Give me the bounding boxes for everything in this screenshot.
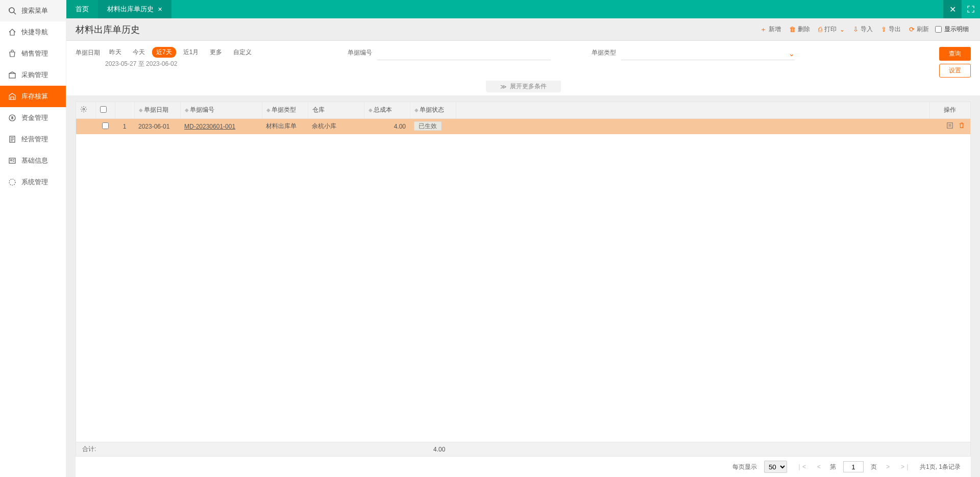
tabs-close-button[interactable]: ✕ xyxy=(943,0,962,18)
delete-row-icon[interactable] xyxy=(958,123,965,131)
loop-icon xyxy=(8,178,16,186)
sidebar-item-label: 销售管理 xyxy=(21,49,48,58)
svg-rect-4 xyxy=(9,73,15,78)
view-icon[interactable] xyxy=(946,123,955,131)
clipboard-icon xyxy=(8,135,16,143)
row-docno-link[interactable]: MD-20230601-001 xyxy=(184,123,235,130)
row-cost: 4.00 xyxy=(364,119,410,134)
date-pill-1month[interactable]: 近1月 xyxy=(179,47,203,58)
first-page-button[interactable]: ｜< xyxy=(794,463,808,471)
filter-docno: 单据编号 xyxy=(348,47,551,60)
chevron-down-icon: ⌄ xyxy=(789,49,795,58)
show-detail-checkbox[interactable] xyxy=(935,26,942,33)
page-input[interactable] xyxy=(843,461,864,472)
prev-page-button[interactable]: < xyxy=(815,463,823,470)
sidebar-item-label: 基础信息 xyxy=(21,156,48,165)
home-icon xyxy=(8,28,16,36)
sidebar-item-search[interactable]: 搜索菜单 xyxy=(0,0,66,21)
export-icon: ⇧ xyxy=(881,26,887,33)
refresh-button[interactable]: ⟳刷新 xyxy=(905,23,933,36)
svg-line-1 xyxy=(14,12,16,14)
query-button[interactable]: 查询 xyxy=(939,47,971,61)
import-icon: ⇩ xyxy=(853,26,859,33)
col-index xyxy=(115,102,134,118)
page-label-suf: 页 xyxy=(871,463,877,471)
sort-icon: ◆ xyxy=(266,107,271,113)
fullscreen-button[interactable] xyxy=(962,0,980,18)
col-settings[interactable] xyxy=(76,102,95,118)
date-pill-today[interactable]: 今天 xyxy=(129,47,149,58)
table-row[interactable]: 1 2023-06-01 MD-20230601-001 材料出库单 余杭小库 … xyxy=(76,119,970,134)
col-docno[interactable]: ◆单据编号 xyxy=(180,102,262,118)
filter-type-label: 单据类型 xyxy=(592,47,616,58)
sidebar-item-label: 经营管理 xyxy=(21,135,48,144)
per-page-select[interactable]: 50 xyxy=(764,461,787,473)
col-type[interactable]: ◆单据类型 xyxy=(262,102,308,118)
last-page-button[interactable]: >｜ xyxy=(899,463,913,471)
sidebar-item-inventory[interactable]: 库存核算 xyxy=(0,86,66,107)
col-select-all[interactable] xyxy=(95,102,115,118)
summary-label: 合计: xyxy=(76,445,341,454)
next-page-button[interactable]: > xyxy=(884,463,892,470)
col-date[interactable]: ◆单据日期 xyxy=(134,102,180,118)
close-icon[interactable]: ✕ xyxy=(158,6,162,13)
docno-input[interactable] xyxy=(377,47,551,60)
page-toolbar: 材料出库单历史 ＋新增 🗑删除 ⎙打印⌄ ⇩导入 ⇧导出 ⟳刷新 显示明细 xyxy=(66,18,980,41)
refresh-icon: ⟳ xyxy=(909,26,915,33)
add-button[interactable]: ＋新增 xyxy=(756,23,785,36)
sidebar-item-system[interactable]: 系统管理 xyxy=(0,171,66,193)
tab-home[interactable]: 首页 xyxy=(66,0,98,18)
tabs-bar: 首页 材料出库单历史 ✕ ✕ xyxy=(66,0,980,18)
col-blank xyxy=(456,102,929,118)
sort-icon: ◆ xyxy=(414,107,419,113)
main-area: 首页 材料出库单历史 ✕ ✕ 材料出库单历史 ＋新增 🗑删除 ⎙打印⌄ ⇩导入 … xyxy=(66,0,980,477)
row-date: 2023-06-01 xyxy=(134,119,180,134)
trash-icon: 🗑 xyxy=(789,26,796,33)
type-select[interactable]: ⌄ xyxy=(621,47,795,60)
row-type: 材料出库单 xyxy=(262,119,308,134)
import-button[interactable]: ⇩导入 xyxy=(849,23,877,36)
gear-icon xyxy=(80,106,87,113)
svg-point-0 xyxy=(9,8,14,13)
sidebar-item-label: 系统管理 xyxy=(21,178,48,187)
date-pill-7days[interactable]: 近7天 xyxy=(152,47,176,58)
sidebar-item-sales[interactable]: 销售管理 xyxy=(0,43,66,64)
col-warehouse[interactable]: 仓库 xyxy=(308,102,364,118)
date-pill-more[interactable]: 更多 xyxy=(206,47,226,58)
double-chevron-down-icon: ≫ xyxy=(500,83,507,90)
date-pill-yesterday[interactable]: 昨天 xyxy=(105,47,126,58)
sort-icon: ◆ xyxy=(185,107,189,113)
sidebar-item-purchase[interactable]: 采购管理 xyxy=(0,64,66,86)
page-title: 材料出库单历史 xyxy=(76,23,140,36)
date-pill-custom[interactable]: 自定义 xyxy=(229,47,256,58)
sidebar-item-quicknav[interactable]: 快捷导航 xyxy=(0,21,66,43)
summary-cost: 4.00 xyxy=(433,446,445,453)
settings-button[interactable]: 设置 xyxy=(939,64,971,78)
sidebar-item-ops[interactable]: 经营管理 xyxy=(0,129,66,150)
export-button[interactable]: ⇧导出 xyxy=(877,23,905,36)
select-all-checkbox[interactable] xyxy=(100,106,107,113)
tab-material-out-history[interactable]: 材料出库单历史 ✕ xyxy=(98,0,172,18)
tab-label: 材料出库单历史 xyxy=(107,5,154,14)
svg-rect-10 xyxy=(9,158,15,163)
filter-panel: 单据日期 昨天 今天 近7天 近1月 更多 自定义 2023-05-27 至 2… xyxy=(66,41,980,95)
status-badge: 已生效 xyxy=(414,121,442,131)
sidebar-item-label: 资金管理 xyxy=(21,113,48,122)
svg-point-15 xyxy=(83,109,85,111)
sidebar-item-finance[interactable]: 资金管理 xyxy=(0,107,66,129)
shopping-bag-icon xyxy=(8,49,16,58)
col-status[interactable]: ◆单据状态 xyxy=(410,102,456,118)
col-cost[interactable]: ◆总成本 xyxy=(364,102,410,118)
show-detail-toggle[interactable]: 显示明细 xyxy=(933,23,971,36)
row-warehouse: 余杭小库 xyxy=(308,119,364,134)
print-button[interactable]: ⎙打印⌄ xyxy=(814,23,849,36)
sidebar-item-baseinfo[interactable]: 基础信息 xyxy=(0,150,66,171)
page-label-pre: 第 xyxy=(830,463,836,471)
expand-filters-button[interactable]: ≫ 展开更多条件 xyxy=(486,81,561,92)
filter-date-label: 单据日期 xyxy=(76,47,100,58)
row-checkbox[interactable] xyxy=(102,122,109,129)
delete-button[interactable]: 🗑删除 xyxy=(785,23,814,36)
money-icon xyxy=(8,114,16,122)
sort-icon: ◆ xyxy=(139,107,143,113)
filter-docno-label: 单据编号 xyxy=(348,47,372,58)
